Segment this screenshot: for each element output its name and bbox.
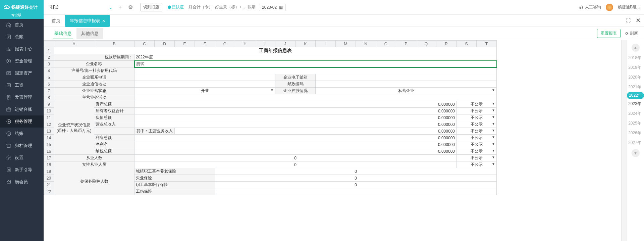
row-header[interactable]: 18	[44, 161, 54, 168]
col-header[interactable]: G	[215, 41, 235, 47]
tab-1[interactable]: 年报信息申报表×	[65, 15, 110, 27]
select-cell[interactable]: 不公示▼	[457, 108, 497, 114]
sidebar-item-invoice[interactable]: 发票管理	[0, 91, 44, 103]
select-cell[interactable]: 私营企业▼	[316, 88, 497, 94]
expand-icon[interactable]: ⛶	[626, 18, 631, 23]
select-cell[interactable]: 不公示▼	[457, 141, 497, 148]
sidebar-item-member[interactable]: 畅会员	[0, 176, 44, 188]
row-header[interactable]: 21	[44, 182, 54, 188]
row-header[interactable]: 15	[44, 141, 54, 148]
row-header[interactable]: 1	[44, 47, 54, 54]
sidebar-item-ledger[interactable]: 总账	[0, 31, 44, 43]
add-icon[interactable]: ＋	[117, 4, 123, 11]
row-header[interactable]: 19	[44, 168, 54, 175]
sidebar-item-archive[interactable]: 归档管理	[0, 140, 44, 152]
year-item[interactable]: 2022年	[627, 92, 644, 99]
row-header[interactable]: 7	[44, 88, 54, 94]
cell[interactable]: 0.000000	[135, 121, 457, 128]
sidebar-item-close[interactable]: 结账	[0, 128, 44, 140]
row-header[interactable]: 14	[44, 135, 54, 141]
sidebar-item-chart[interactable]: 报表中心	[0, 43, 44, 55]
select-cell[interactable]: 不公示▼	[457, 128, 497, 135]
cell[interactable]	[316, 81, 497, 88]
row-header[interactable]: 10	[44, 108, 54, 114]
col-header[interactable]: L	[316, 41, 336, 47]
year-item[interactable]: 2026年	[627, 128, 644, 138]
sidebar-item-salary[interactable]: 工资	[0, 79, 44, 91]
select-cell[interactable]: 开业▼	[135, 88, 275, 94]
col-header[interactable]: O	[376, 41, 396, 47]
col-header[interactable]: F	[195, 41, 215, 47]
col-header[interactable]: E	[175, 41, 195, 47]
active-cell[interactable]: 测试	[135, 61, 497, 67]
reset-report-button[interactable]: 重置报表	[597, 29, 621, 38]
year-item[interactable]: 2018年	[627, 53, 644, 63]
col-header[interactable]: I	[255, 41, 275, 47]
select-cell[interactable]: 不公示▼	[457, 148, 497, 155]
sidebar-item-fund[interactable]: 资金管理	[0, 55, 44, 67]
year-item[interactable]: 2024年	[627, 109, 644, 118]
avatar[interactable]	[606, 4, 613, 11]
sidebar-item-tax[interactable]: 税务管理	[0, 115, 44, 128]
spreadsheet[interactable]: ABCDEFGHIJKLMNOPQRST1工商年报信息表2税款所属期间：2022…	[44, 40, 621, 241]
row-header[interactable]: 5	[44, 74, 54, 81]
cell[interactable]	[316, 74, 497, 81]
row-header[interactable]: 17	[44, 155, 54, 161]
year-down-button[interactable]: ▼	[632, 149, 640, 157]
col-header[interactable]: A	[54, 41, 94, 47]
cell[interactable]: 0	[215, 182, 497, 188]
col-header[interactable]: C	[135, 41, 155, 47]
col-header[interactable]: J	[275, 41, 296, 47]
customer-service-button[interactable]: 人工咨询	[579, 4, 601, 10]
sidebar-item-asset[interactable]: 固定资产	[0, 67, 44, 79]
cell[interactable]: 0	[135, 161, 457, 168]
select-cell[interactable]: 不公示▼	[457, 114, 497, 121]
cell[interactable]	[135, 81, 275, 88]
row-header[interactable]: 16	[44, 148, 54, 155]
cell[interactable]: 0.000000	[135, 135, 457, 141]
tab-0[interactable]: 首页	[47, 15, 65, 27]
cell[interactable]: 0.000000	[135, 141, 457, 148]
col-header[interactable]: K	[296, 41, 316, 47]
year-item[interactable]: 2019年	[627, 63, 644, 73]
row-header[interactable]: 12	[44, 121, 54, 128]
col-header[interactable]: N	[356, 41, 376, 47]
col-header[interactable]: H	[235, 41, 255, 47]
select-cell[interactable]: 不公示▼	[457, 161, 497, 168]
row-header[interactable]: 2	[44, 54, 54, 61]
gear-icon[interactable]: ⚙	[128, 4, 133, 10]
cell[interactable]: 0	[215, 175, 497, 182]
cell[interactable]: 0.000000	[135, 148, 457, 155]
sidebar-item-guide[interactable]: 新手引导	[0, 164, 44, 176]
col-header[interactable]: R	[436, 41, 457, 47]
col-header[interactable]: P	[396, 41, 416, 47]
verified-badge[interactable]: 已认证	[167, 4, 184, 10]
cell[interactable]: 0.000000	[135, 101, 457, 108]
sidebar-item-settings[interactable]: 设置	[0, 152, 44, 164]
cell[interactable]	[135, 67, 497, 74]
cell[interactable]	[135, 74, 275, 81]
col-header[interactable]: D	[155, 41, 175, 47]
cell[interactable]	[135, 94, 497, 101]
sidebar-item-stock[interactable]: 进销台账	[0, 103, 44, 115]
select-cell[interactable]: 不公示▼	[457, 121, 497, 128]
corner-cell[interactable]	[44, 41, 54, 47]
period-select[interactable]: 2023-02 ▦	[259, 4, 286, 11]
row-header[interactable]: 9	[44, 101, 54, 108]
year-item[interactable]: 2023年	[627, 99, 644, 109]
col-header[interactable]: T	[477, 41, 497, 47]
col-header[interactable]: S	[457, 41, 477, 47]
cell[interactable]: 0.000000	[175, 128, 457, 135]
year-item[interactable]: 2021年	[627, 82, 644, 92]
col-header[interactable]: B	[94, 41, 135, 47]
close-icon[interactable]: ✕	[636, 17, 641, 24]
refresh-button[interactable]: ⟳ 刷新	[625, 31, 638, 36]
select-cell[interactable]: 不公示▼	[457, 135, 497, 141]
row-header[interactable]: 22	[44, 188, 54, 195]
select-cell[interactable]: 不公示▼	[457, 155, 497, 161]
company-select[interactable]: 测试 ⌄	[48, 3, 115, 12]
year-item[interactable]: 2027年	[627, 138, 644, 148]
year-item[interactable]: 2025年	[627, 118, 644, 128]
sidebar-item-home[interactable]: 首页	[0, 19, 44, 31]
cell[interactable]: 0.000000	[135, 108, 457, 114]
